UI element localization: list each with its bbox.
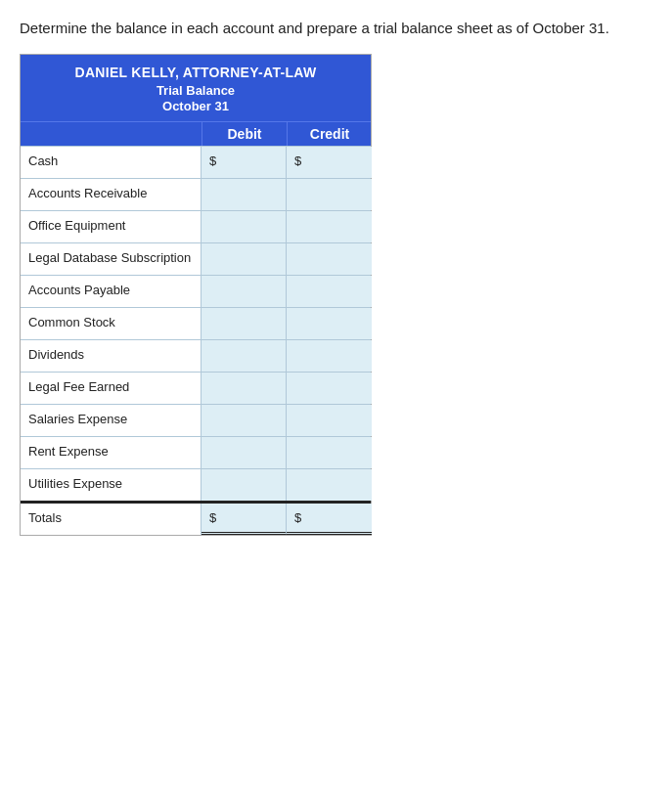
account-name: Office Equipment bbox=[21, 211, 202, 242]
debit-cell[interactable] bbox=[202, 405, 287, 436]
totals-credit[interactable]: $ bbox=[287, 504, 372, 535]
debit-cell[interactable] bbox=[202, 340, 287, 372]
report-title: Trial Balance bbox=[28, 83, 363, 98]
credit-cell[interactable] bbox=[287, 405, 372, 436]
credit-col-header: Credit bbox=[287, 122, 372, 146]
table-row: Dividends bbox=[21, 339, 371, 372]
trial-balance-table: DANIEL KELLY, ATTORNEY-AT-LAW Trial Bala… bbox=[20, 54, 372, 536]
table-row: Legal Fee Earned bbox=[21, 372, 371, 404]
table-body: Cash$$Accounts ReceivableOffice Equipmen… bbox=[21, 146, 371, 501]
instruction-text: Determine the balance in each account an… bbox=[20, 20, 652, 36]
account-name: Utilities Expense bbox=[21, 469, 202, 501]
debit-cell[interactable]: $ bbox=[202, 147, 287, 178]
account-col-header bbox=[21, 122, 202, 146]
account-name: Dividends bbox=[21, 340, 202, 372]
table-row: Salaries Expense bbox=[21, 404, 371, 436]
credit-cell[interactable] bbox=[287, 469, 372, 501]
debit-col-header: Debit bbox=[202, 122, 287, 146]
account-name: Accounts Payable bbox=[21, 276, 202, 307]
debit-cell[interactable] bbox=[202, 308, 287, 339]
credit-cell[interactable] bbox=[287, 437, 372, 468]
totals-label: Totals bbox=[21, 504, 202, 535]
table-row: Legal Database Subscription bbox=[21, 242, 371, 275]
firm-name: DANIEL KELLY, ATTORNEY-AT-LAW bbox=[28, 65, 363, 80]
table-row: Accounts Receivable bbox=[21, 178, 371, 210]
debit-cell[interactable] bbox=[202, 373, 287, 404]
table-header: DANIEL KELLY, ATTORNEY-AT-LAW Trial Bala… bbox=[21, 55, 371, 121]
table-row: Common Stock bbox=[21, 307, 371, 339]
account-name: Cash bbox=[21, 147, 202, 178]
debit-cell[interactable] bbox=[202, 179, 287, 210]
table-row: Accounts Payable bbox=[21, 275, 371, 307]
credit-cell[interactable] bbox=[287, 243, 372, 275]
account-name: Accounts Receivable bbox=[21, 179, 202, 210]
debit-cell[interactable] bbox=[202, 211, 287, 242]
credit-cell[interactable]: $ bbox=[287, 147, 372, 178]
report-date: October 31 bbox=[28, 99, 363, 113]
debit-cell[interactable] bbox=[202, 437, 287, 468]
credit-cell[interactable] bbox=[287, 340, 372, 372]
debit-cell[interactable] bbox=[202, 276, 287, 307]
credit-cell[interactable] bbox=[287, 308, 372, 339]
table-row: Rent Expense bbox=[21, 436, 371, 468]
table-row: Utilities Expense bbox=[21, 468, 371, 501]
table-row: Office Equipment bbox=[21, 210, 371, 242]
account-name: Common Stock bbox=[21, 308, 202, 339]
credit-cell[interactable] bbox=[287, 373, 372, 404]
account-name: Legal Fee Earned bbox=[21, 373, 202, 404]
debit-cell[interactable] bbox=[202, 469, 287, 501]
account-name: Salaries Expense bbox=[21, 405, 202, 436]
credit-cell[interactable] bbox=[287, 211, 372, 242]
totals-debit[interactable]: $ bbox=[202, 504, 287, 535]
table-row: Cash$$ bbox=[21, 146, 371, 178]
credit-cell[interactable] bbox=[287, 179, 372, 210]
account-name: Rent Expense bbox=[21, 437, 202, 468]
credit-cell[interactable] bbox=[287, 276, 372, 307]
column-headers: Debit Credit bbox=[21, 121, 371, 146]
account-name: Legal Database Subscription bbox=[21, 243, 202, 275]
totals-row: Totals $ $ bbox=[21, 501, 371, 535]
debit-cell[interactable] bbox=[202, 243, 287, 275]
